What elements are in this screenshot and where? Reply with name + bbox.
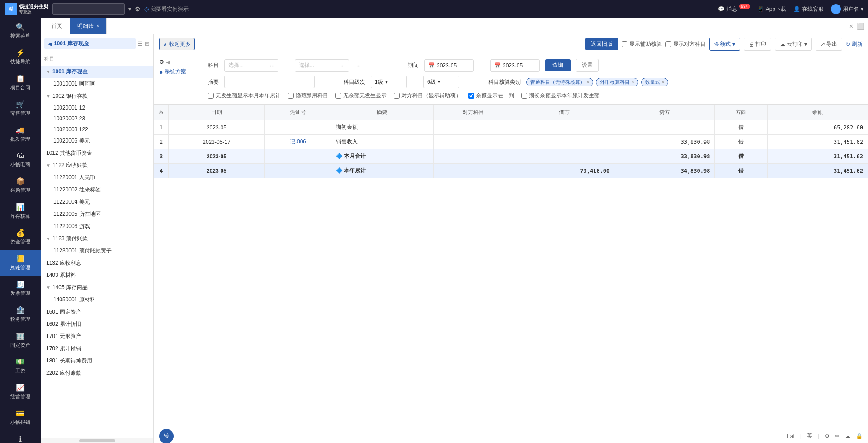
topbar-gear-icon[interactable]: ⚙ — [135, 5, 141, 13]
filter-settings-btn[interactable]: 设置 — [576, 59, 599, 72]
quick-action-circle[interactable]: 转 — [159, 429, 174, 443]
tree-item-1702[interactable]: 1702 累计摊销 — [41, 343, 153, 355]
export-btn[interactable]: ↗ 导出 — [816, 38, 842, 51]
no-balance-show-checkbox[interactable] — [335, 93, 341, 99]
return-old-version-btn[interactable]: 返回旧版 — [585, 38, 618, 50]
checkbox-no-balance-show[interactable]: 无余额无发生显示 — [335, 92, 387, 100]
sidebar-item-quick-nav[interactable]: ⚡ 快捷导航 — [0, 44, 41, 70]
tree-item-14050001[interactable]: 14050001 原材料 — [41, 294, 153, 306]
app-download-btn[interactable]: 📱 App下载 — [757, 5, 786, 13]
sidebar-item-ledger[interactable]: 📒 总账管理 — [0, 250, 41, 276]
tree-item-2202[interactable]: 2202 应付账款 — [41, 367, 153, 379]
tree-item-10020002[interactable]: 10020002 23 — [41, 113, 153, 124]
sidebar-item-search-menu[interactable]: 🔍 搜索菜单 — [0, 18, 41, 44]
sidebar-item-inventory[interactable]: 📊 库存核算 — [0, 198, 41, 224]
cloud-print-btn[interactable]: ☁ 云打印 ▾ — [775, 38, 812, 51]
sidebar-item-expense[interactable]: 💳 小畅报销 — [0, 405, 41, 430]
sidebar-item-fixed-assets[interactable]: 🏢 固定资产 — [0, 327, 41, 353]
tree-item-1122[interactable]: ▼ 1122 应收账款 — [41, 159, 153, 171]
tree-item-10010001[interactable]: 10010001 呵呵呵 — [41, 78, 153, 90]
show-aux-checkbox-input[interactable] — [622, 41, 627, 47]
period-from-input[interactable]: 📅 2023-05 — [424, 59, 474, 72]
voucher-link[interactable]: 记-006 — [290, 138, 306, 145]
english-btn[interactable]: 英 — [807, 432, 812, 440]
tree-item-10020001[interactable]: 10020001 12 — [41, 102, 153, 113]
tab-close-btn[interactable]: × — [96, 24, 99, 29]
topbar-search-input[interactable] — [52, 3, 125, 15]
horizontal-scrollbar[interactable] — [79, 439, 115, 442]
account-to-input[interactable]: 选择... ··· — [295, 59, 349, 72]
tab-detail-ledger[interactable]: 明细账 × — [70, 18, 107, 34]
tree-item-1602[interactable]: 1602 累计折旧 — [41, 318, 153, 330]
calc-tag-0[interactable]: 普通科目（无特殊核算） × — [526, 78, 593, 86]
sidebar-item-eshop[interactable]: 🛍 小畅电商 — [0, 147, 41, 172]
summary-input[interactable] — [224, 76, 315, 88]
tree-item-10020006[interactable]: 10020006 美元 — [41, 135, 153, 147]
checkbox-balance-one-col[interactable]: 余额显示在一列 — [468, 92, 514, 100]
query-btn[interactable]: 查询 — [545, 59, 571, 71]
tree-item-1001[interactable]: ▼ 1001 库存现金 — [41, 66, 153, 78]
filter-settings-icon-btn[interactable]: ⚙ ◀ — [159, 59, 200, 65]
expand-more-btn[interactable]: ∧ 收起更多 — [159, 38, 195, 50]
no-balance-checkbox[interactable] — [208, 93, 214, 99]
tab-close-all-icon[interactable]: × — [849, 23, 853, 30]
tab-home[interactable]: 首页 — [44, 18, 70, 34]
sidebar-item-payroll[interactable]: 💵 工资 — [0, 353, 41, 379]
edit-icon[interactable]: ✏ — [835, 433, 840, 439]
tree-item-11220004[interactable]: 11220004 美元 — [41, 196, 153, 208]
account-from-input[interactable]: 选择... ··· — [224, 59, 278, 72]
tree-item-1701[interactable]: 1701 无形资产 — [41, 330, 153, 343]
search-chevron-icon[interactable]: ▾ — [128, 6, 131, 12]
calc-tag-1[interactable]: 外币核算科目 × — [596, 78, 638, 86]
tree-item-1012[interactable]: 1012 其他货币资金 — [41, 147, 153, 159]
tree-item-1801[interactable]: 1801 长期待摊费用 — [41, 355, 153, 367]
lock-icon[interactable]: 🔒 — [856, 433, 863, 439]
tree-item-1002[interactable]: ▼ 1002 银行存款 — [41, 90, 153, 102]
tag-remove-icon-2[interactable]: × — [661, 79, 664, 85]
settings-tool-icon[interactable]: ⚙ — [825, 433, 830, 439]
th-settings[interactable]: ⚙ — [154, 105, 169, 120]
tree-item-1403[interactable]: 1403 原材料 — [41, 269, 153, 281]
tree-item-10020003[interactable]: 10020003 122 — [41, 124, 153, 135]
initial-balance-checkbox[interactable] — [521, 93, 527, 99]
account-level-from-select[interactable]: 1级 ▾ — [371, 76, 407, 88]
sidebar-item-tax[interactable]: 🏦 税务管理 — [0, 301, 41, 327]
checkbox-no-balance[interactable]: 无发生额显示本月本年累计 — [208, 92, 281, 100]
refresh-btn[interactable]: ↻ 刷新 — [846, 40, 863, 48]
tag-remove-icon-0[interactable]: × — [586, 79, 589, 85]
tree-item-1405[interactable]: ▼ 1405 库存商品 — [41, 281, 153, 294]
tag-remove-icon-1[interactable]: × — [631, 79, 634, 85]
checkbox-hide-unused[interactable]: 隐藏禁用科目 — [288, 92, 328, 100]
amount-style-btn[interactable]: 金额式 ▾ — [709, 38, 740, 51]
online-service-btn[interactable]: 👤 在线客服 — [793, 5, 824, 13]
user-menu[interactable]: 用户名 ▾ — [831, 4, 863, 14]
tab-restore-icon[interactable]: ⬜ — [857, 23, 864, 30]
account-tree-view-icon[interactable]: ☰ — [137, 40, 143, 47]
demo-link[interactable]: ◎ 我要看实例演示 — [144, 5, 189, 13]
show-aux-accounting-checkbox[interactable]: 显示辅助核算 — [622, 40, 662, 48]
tree-item-11220005[interactable]: 11220005 所在地区 — [41, 208, 153, 220]
tree-item-11220001[interactable]: 11220001 人民币 — [41, 171, 153, 184]
checkbox-initial-balance[interactable]: 期初余额显示本年累计发生额 — [521, 92, 599, 100]
cloud-icon[interactable]: ☁ — [845, 433, 850, 439]
account-tree[interactable]: ▼ 1001 库存现金 10010001 呵呵呵 ▼ 1002 银行存款 100… — [41, 64, 153, 438]
sidebar-item-invoice[interactable]: 🧾 发票管理 — [0, 276, 41, 301]
account-list-view-icon[interactable]: ⊞ — [145, 40, 150, 47]
tree-item-11220006[interactable]: 11220006 游戏 — [41, 220, 153, 233]
show-opposite-account-checkbox[interactable]: 显示对方科目 — [665, 40, 706, 48]
tree-item-11220002[interactable]: 11220002 往来标签 — [41, 184, 153, 196]
sidebar-item-retail[interactable]: 🛒 零售管理 — [0, 95, 41, 121]
opposite-show-checkbox[interactable] — [394, 93, 400, 99]
sidebar-item-biz[interactable]: 📈 经营管理 — [0, 379, 41, 405]
td-voucher[interactable]: 记-006 — [264, 135, 331, 149]
tree-item-11230001[interactable]: 11230001 预付账款黄子 — [41, 245, 153, 257]
hide-unused-checkbox[interactable] — [288, 93, 294, 99]
sidebar-item-basic-info[interactable]: ℹ 基础信息 — [0, 430, 41, 443]
account-selector[interactable]: ◀ 1001 库存现金 — [44, 38, 136, 49]
calc-tag-2[interactable]: 数量式 × — [641, 78, 668, 86]
tree-item-1123[interactable]: ▼ 1123 预付账款 — [41, 233, 153, 245]
account-level-to-select[interactable]: 6级 ▾ — [423, 76, 459, 88]
sidebar-item-capital[interactable]: 💰 资金管理 — [0, 224, 41, 250]
sidebar-item-project-contract[interactable]: 📋 项目合同 — [0, 70, 41, 95]
sidebar-item-wholesale[interactable]: 🚚 批发管理 — [0, 121, 41, 147]
